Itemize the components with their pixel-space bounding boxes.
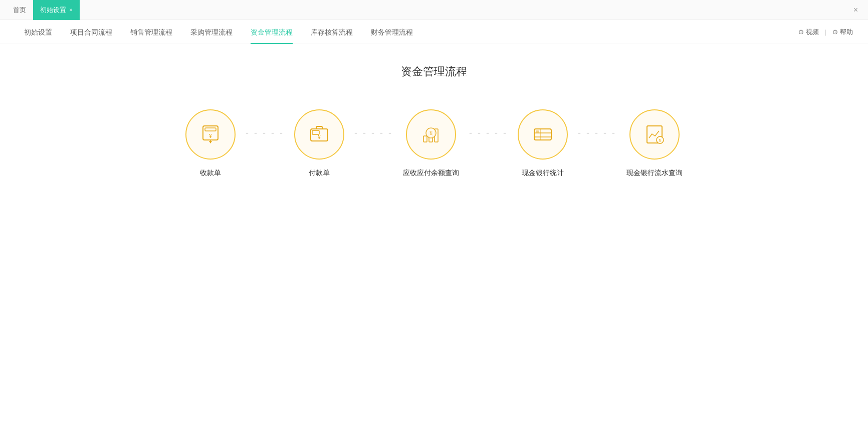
help-link[interactable]: ⊙ 帮助	[832, 28, 853, 37]
svg-text:¥: ¥	[209, 132, 212, 139]
dots-4: - - - - -	[578, 128, 616, 138]
tab-active-label: 初始设置	[40, 0, 66, 20]
connector-4: - - - - -	[568, 128, 626, 160]
flow-circle-balance: ¥	[406, 109, 456, 160]
flow-label-bank-stats: 现金银行统计	[522, 169, 564, 178]
main-content: 资金管理流程 ¥ 收款单 - - - - -	[0, 44, 868, 198]
help-icon: ⊙	[832, 28, 838, 36]
nav-item-procurement[interactable]: 采购管理流程	[181, 20, 242, 44]
tab-active[interactable]: 初始设置 ×	[33, 0, 80, 20]
flow-label-bank-flow: 现金银行流水查询	[626, 169, 683, 178]
nav-bar: 初始设置 项目合同流程 销售管理流程 采购管理流程 资金管理流程 库存核算流程 …	[0, 20, 868, 44]
svg-text:¥: ¥	[659, 138, 662, 143]
payment-icon: ¥	[307, 122, 332, 147]
flow-row: ¥ 收款单 - - - - - ¥	[30, 109, 838, 178]
flow-item-receive[interactable]: ¥ 收款单	[185, 109, 236, 178]
nav-right: ⊙ 视频 | ⊙ 帮助	[798, 28, 853, 37]
nav-item-project-contract[interactable]: 项目合同流程	[61, 20, 121, 44]
page-title: 资金管理流程	[30, 64, 838, 79]
svg-text:¥: ¥	[429, 130, 432, 136]
video-label: 视频	[806, 28, 819, 37]
connector-1: - - - - -	[236, 128, 294, 160]
connector-2: - - - - -	[344, 128, 403, 160]
nav-item-finance[interactable]: 财务管理流程	[362, 20, 422, 44]
dots-2: - - - - -	[354, 128, 393, 138]
nav-item-sales[interactable]: 销售管理流程	[121, 20, 181, 44]
flow-circle-bank-stats	[518, 109, 568, 160]
flow-label-receive: 收款单	[200, 169, 221, 178]
svg-rect-1	[205, 128, 216, 131]
flow-item-bank-flow[interactable]: ¥ 现金银行流水查询	[626, 109, 683, 178]
video-link[interactable]: ⊙ 视频	[798, 28, 819, 37]
tab-close-icon[interactable]: ×	[69, 0, 73, 20]
flow-item-bank-stats[interactable]: 现金银行统计	[518, 109, 568, 178]
flow-circle-receive: ¥	[185, 109, 236, 160]
receive-icon: ¥	[198, 122, 223, 147]
nav-divider: |	[825, 28, 826, 36]
flow-item-balance[interactable]: ¥ 应收应付余额查询	[403, 109, 459, 178]
nav-item-initial-setup[interactable]: 初始设置	[15, 20, 61, 44]
nav-item-inventory[interactable]: 库存核算流程	[302, 20, 362, 44]
play-icon: ⊙	[798, 28, 804, 36]
dots-3: - - - - -	[469, 128, 508, 138]
flow-label-balance: 应收应付余额查询	[403, 169, 459, 178]
nav-item-funds[interactable]: 资金管理流程	[242, 20, 302, 44]
flow-label-payment: 付款单	[309, 169, 330, 178]
top-bar: 首页 初始设置 × ×	[0, 0, 868, 20]
svg-text:¥: ¥	[318, 133, 321, 140]
balance-icon: ¥	[418, 122, 444, 147]
flow-item-payment[interactable]: ¥ 付款单	[294, 109, 344, 178]
flow-circle-payment: ¥	[294, 109, 344, 160]
connector-3: - - - - -	[459, 128, 518, 160]
svg-rect-16	[536, 130, 539, 132]
tab-home[interactable]: 首页	[6, 0, 33, 20]
top-bar-right: ×	[849, 6, 862, 15]
bank-flow-icon: ¥	[642, 122, 667, 147]
svg-rect-7	[423, 136, 427, 142]
window-close-icon[interactable]: ×	[849, 6, 862, 15]
help-label: 帮助	[840, 28, 853, 37]
bank-stats-icon	[530, 122, 555, 147]
dots-1: - - - - -	[246, 128, 284, 138]
flow-circle-bank-flow: ¥	[629, 109, 680, 160]
